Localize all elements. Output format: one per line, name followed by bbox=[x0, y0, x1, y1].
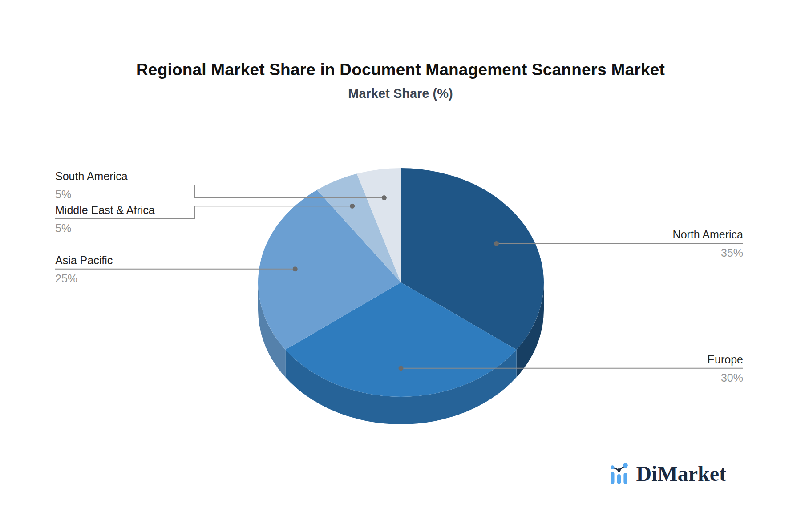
leader-dot-south-america bbox=[382, 195, 387, 200]
slice-label-europe: Europe bbox=[707, 353, 743, 366]
leader-dot-middle-east-africa bbox=[350, 204, 355, 209]
slice-label-north-america: North America bbox=[673, 228, 743, 241]
slice-value-south-america: 5% bbox=[55, 188, 71, 201]
slice-label-middle-east-africa: Middle East & Africa bbox=[55, 204, 155, 216]
leader-dot-north-america bbox=[494, 241, 499, 246]
slice-label-south-america: South America bbox=[55, 170, 128, 182]
slice-label-asia-pacific: Asia Pacific bbox=[55, 254, 113, 266]
slice-value-north-america: 35% bbox=[721, 246, 743, 259]
brand-logo: DiMarket bbox=[609, 463, 726, 484]
leader-dot-europe bbox=[399, 366, 404, 371]
slice-value-europe: 30% bbox=[721, 371, 743, 384]
leader-dot-asia-pacific bbox=[293, 266, 298, 271]
brand-bars-icon bbox=[609, 463, 630, 484]
pie-chart bbox=[0, 0, 801, 532]
chart-canvas: Regional Market Share in Document Manage… bbox=[0, 0, 801, 532]
brand-name: DiMarket bbox=[636, 463, 726, 484]
slice-value-asia-pacific: 25% bbox=[55, 272, 77, 285]
slice-value-middle-east-africa: 5% bbox=[55, 222, 71, 234]
